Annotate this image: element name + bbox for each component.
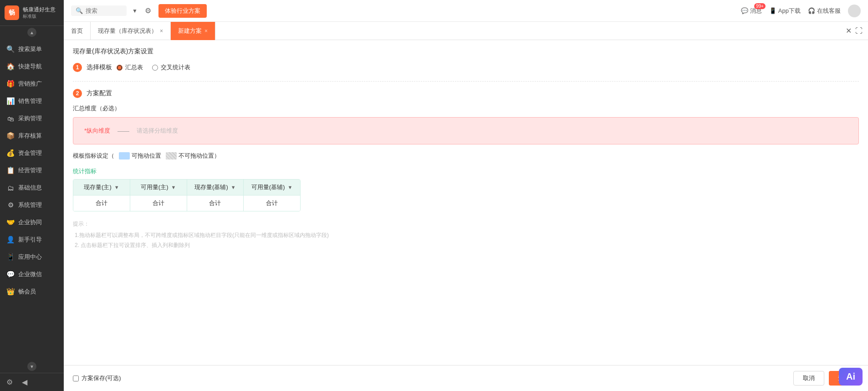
- sidebar-item-inventory[interactable]: 📦 库存核算: [0, 127, 64, 144]
- scroll-down-btn[interactable]: ▼: [27, 362, 36, 371]
- enterprise-wechat-icon: 💬: [6, 270, 15, 278]
- close-window-btn[interactable]: ✕: [846, 26, 852, 35]
- tip-text-2: 2. 点击标题栏下拉可设置排序、插入列和删除列: [75, 241, 190, 251]
- tab-new-plan-close[interactable]: ×: [204, 28, 208, 34]
- collapse-icon[interactable]: ◀: [22, 378, 27, 386]
- col3-dropdown-btn[interactable]: ▼: [231, 185, 236, 190]
- template-radio-group: 汇总表 交叉统计表: [117, 63, 190, 72]
- mobile-icon: 📱: [769, 7, 776, 14]
- header-right: 💬 消息 99+ 📱 App下载 🎧 在线客服: [741, 5, 861, 17]
- radio-summary[interactable]: 汇总表: [117, 63, 143, 72]
- user-avatar: [848, 5, 861, 17]
- tip-item-2: 2. 点击标题栏下拉可设置排序、插入列和删除列: [73, 241, 859, 251]
- tab-inventory-status[interactable]: 现存量（库存状况表） ×: [91, 22, 171, 40]
- app-icon: 畅: [5, 5, 19, 20]
- sidebar-item-quick-nav[interactable]: 🏠 快捷导航: [0, 58, 64, 75]
- dimension-area[interactable]: *纵向维度 —— 请选择分组维度: [73, 117, 859, 144]
- cell-3: 合计: [187, 196, 244, 211]
- sidebar-item-new-guide[interactable]: 👤 新手引导: [0, 231, 64, 248]
- tab-home-label: 首页: [71, 27, 83, 35]
- col4-label: 可用量(基辅): [251, 183, 285, 191]
- industry-btn[interactable]: 体验行业方案: [158, 4, 207, 18]
- sidebar-item-marketing[interactable]: 🎁 营销推广: [0, 75, 64, 93]
- cooperation-icon: 🤝: [6, 218, 15, 226]
- radio-cross[interactable]: 交叉统计表: [152, 63, 190, 72]
- indicator-config-label: 模板指标设定（: [73, 152, 114, 160]
- radio-summary-input[interactable]: [117, 65, 123, 71]
- bottom-area: 方案保存(可选) 取消 查询: [64, 365, 868, 391]
- section2-header: 2 方案配置: [73, 89, 859, 98]
- header-search-box[interactable]: 🔍: [71, 5, 127, 16]
- col1-dropdown-btn[interactable]: ▼: [114, 185, 119, 190]
- sidebar-item-purchase[interactable]: 🛍 采购管理: [0, 110, 64, 127]
- sidebar-item-search-menu-label: 搜索菜单: [18, 45, 42, 53]
- scroll-up-btn[interactable]: ▲: [27, 28, 36, 37]
- tab-new-plan[interactable]: 新建方案 ×: [171, 22, 215, 40]
- sidebar-item-member[interactable]: 👑 畅会员: [0, 283, 64, 300]
- stats-label: 统计指标: [73, 167, 859, 175]
- save-label: 方案保存(可选): [82, 374, 121, 382]
- sidebar-item-purchase-label: 采购管理: [18, 114, 42, 123]
- sidebar-item-enterprise-wechat[interactable]: 💬 企业微信: [0, 266, 64, 283]
- cell-2: 合计: [130, 196, 187, 211]
- maximize-window-btn[interactable]: ⛶: [855, 27, 863, 35]
- radio-cross-input[interactable]: [152, 65, 158, 71]
- new-guide-icon: 👤: [6, 236, 15, 244]
- ai-badge[interactable]: Ai: [839, 368, 863, 386]
- gear-icon[interactable]: ⚙: [143, 5, 153, 17]
- save-checkbox[interactable]: 方案保存(可选): [73, 374, 121, 382]
- col2-label: 可用量(主): [141, 183, 168, 191]
- sidebar-item-sales[interactable]: 📊 销售管理: [0, 93, 64, 110]
- section1-title: 选择模板: [87, 63, 112, 72]
- notification-badge: 99+: [754, 3, 766, 9]
- col1-label: 现存量(主): [84, 183, 112, 191]
- cell-1: 合计: [73, 196, 130, 211]
- tab-inventory-status-close[interactable]: ×: [160, 28, 163, 34]
- draggable-label: 可拖动位置: [132, 152, 161, 160]
- tab-home[interactable]: 首页: [64, 22, 91, 40]
- dimension-separator: ——: [117, 128, 129, 134]
- sidebar-item-basic-info[interactable]: 🗂 基础信息: [0, 179, 64, 196]
- sidebar-item-new-guide-label: 新手引导: [18, 236, 42, 244]
- app-center-icon: 📱: [6, 253, 15, 261]
- settings-icon[interactable]: ⚙: [6, 378, 13, 386]
- search-dropdown-btn[interactable]: ▼: [132, 8, 138, 14]
- online-service-area[interactable]: 🎧 在线客服: [808, 7, 841, 15]
- summary-dimension-label: 汇总维度（必选）: [73, 104, 859, 113]
- app-name: 畅康通好生意: [23, 6, 56, 14]
- sidebar-item-finance-label: 资金管理: [18, 149, 42, 157]
- sidebar-item-inventory-label: 库存核算: [18, 132, 42, 140]
- sidebar-item-cooperation[interactable]: 🤝 企业协同: [0, 214, 64, 231]
- content-area: 现存量(库存状况表)方案设置 1 选择模板 汇总表 交叉统计表: [64, 40, 868, 365]
- dimension-placeholder: 请选择分组维度: [137, 127, 178, 135]
- notification-area[interactable]: 💬 消息 99+: [741, 7, 762, 15]
- sidebar-item-system-label: 系统管理: [18, 201, 42, 209]
- headset-icon: 🎧: [808, 7, 815, 14]
- sidebar-item-operations-label: 经营管理: [18, 166, 42, 175]
- col-header-4: 可用量(基辅) ▼: [244, 180, 300, 195]
- app-logo: 畅 畅康通好生意 标准版: [0, 0, 64, 26]
- sidebar-item-finance[interactable]: 💰 资金管理: [0, 144, 64, 162]
- section2-title: 方案配置: [87, 89, 112, 98]
- search-input[interactable]: [86, 7, 122, 14]
- col2-dropdown-btn[interactable]: ▼: [171, 185, 176, 190]
- sidebar: 畅 畅康通好生意 标准版 ▲ 🔍 搜索菜单 🏠 快捷导航 🎁 营销推广 📊 销售…: [0, 0, 64, 391]
- cancel-button[interactable]: 取消: [793, 371, 824, 386]
- col4-dropdown-btn[interactable]: ▼: [288, 185, 293, 190]
- stats-table-header: 现存量(主) ▼ 可用量(主) ▼ 现存量(基辅) ▼: [73, 180, 300, 195]
- sidebar-item-enterprise-wechat-label: 企业微信: [18, 270, 42, 278]
- sidebar-item-operations[interactable]: 📋 经营管理: [0, 162, 64, 179]
- notification-icon: 💬: [741, 7, 748, 14]
- sidebar-item-system[interactable]: ⚙ 系统管理: [0, 196, 64, 214]
- section1-number: 1: [73, 63, 82, 72]
- app-download-area[interactable]: 📱 App下载: [769, 7, 801, 15]
- section2-number: 2: [73, 89, 82, 98]
- sidebar-item-quick-nav-label: 快捷导航: [18, 62, 42, 71]
- sidebar-item-app-center[interactable]: 📱 应用中心: [0, 248, 64, 266]
- save-checkbox-input[interactable]: [73, 376, 79, 381]
- radio-summary-label: 汇总表: [125, 63, 143, 72]
- operations-icon: 📋: [6, 166, 15, 175]
- sidebar-item-search-menu[interactable]: 🔍 搜索菜单: [0, 41, 64, 58]
- col-header-3: 现存量(基辅) ▼: [187, 180, 244, 195]
- user-area[interactable]: [848, 5, 861, 17]
